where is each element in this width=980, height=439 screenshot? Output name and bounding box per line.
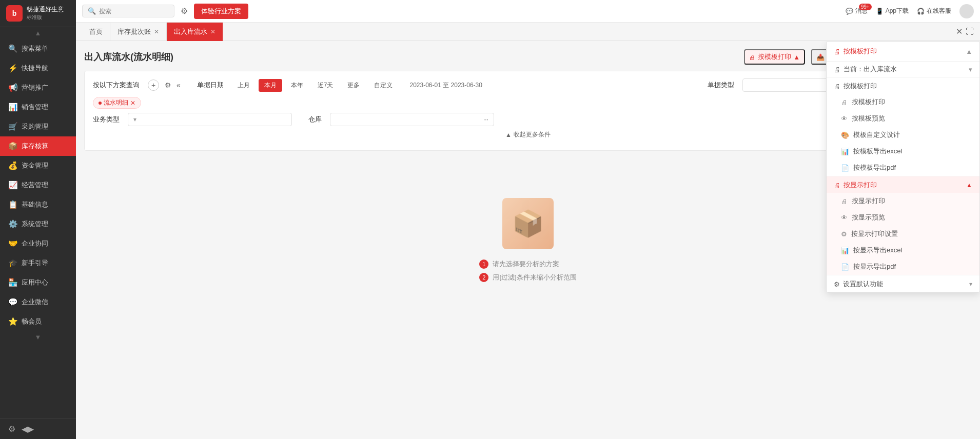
sidebar-item-sales[interactable]: 📊 销售管理: [0, 97, 76, 117]
search-input[interactable]: [99, 8, 166, 15]
sidebar-settings-icon[interactable]: ⚙: [8, 424, 15, 434]
sidebar-nav: ▲ 🔍 搜索菜单 ⚡ 快捷导航 📢 营销推广 📊 销售管理 🛒 采购管理 📦 库…: [0, 27, 76, 418]
section-template-title: 🖨 按模板打印: [834, 82, 877, 91]
sidebar-item-guide[interactable]: 🎓 新手引导: [0, 253, 76, 273]
tab-flow[interactable]: 出入库流水 ✕: [167, 23, 223, 41]
display-section-icon: 🖨: [834, 182, 840, 189]
system-icon: ⚙️: [8, 220, 17, 229]
tab-maximize[interactable]: ⛶: [966, 27, 974, 36]
export-icon: 📤: [816, 53, 825, 61]
finance-icon: 💰: [8, 161, 17, 170]
item-display-preview-icon: 👁: [841, 214, 848, 222]
dropdown-title: 🖨 按模板打印: [834, 47, 877, 56]
print-template-btn[interactable]: 🖨 按模板打印 ▲: [744, 49, 805, 65]
tab-home[interactable]: 首页: [82, 23, 110, 41]
date-tag-thismonth[interactable]: 本月: [259, 79, 282, 92]
company-icon: 🤝: [8, 239, 17, 248]
sidebar-item-appstore[interactable]: 🏪 应用中心: [0, 273, 76, 292]
print-icon: 🖨: [749, 53, 756, 61]
section-display-title: 🖨 按显示打印: [834, 181, 877, 190]
item-display-excel-icon: 📊: [841, 247, 849, 254]
chevron-up-icon-filter: ▲: [505, 131, 512, 138]
date-tag-thisyear[interactable]: 本年: [285, 79, 309, 92]
sidebar-item-system[interactable]: ⚙️ 系统管理: [0, 214, 76, 234]
date-tag-lastmonth[interactable]: 上月: [232, 79, 256, 92]
display-section-chevron: ▲: [966, 182, 972, 189]
download-icon: 📱: [876, 8, 884, 15]
sidebar-item-marketing[interactable]: 📢 营销推广: [0, 78, 76, 97]
empty-tips: 1 请先选择要分析的方案 2 用[过滤]条件来缩小分析范围: [479, 260, 576, 282]
sidebar-scroll-up[interactable]: ▲: [0, 27, 76, 39]
section-default: ⚙ 设置默认功能 ▾: [827, 275, 979, 292]
logo-area: b 畅捷通好生意 标准版: [0, 0, 76, 27]
date-tag-custom[interactable]: 自定义: [368, 79, 398, 92]
dropdown-item-display-excel[interactable]: 📊 按显示导出excel: [827, 242, 979, 258]
gear-icon[interactable]: ⚙: [181, 6, 188, 16]
sidebar-scroll-down[interactable]: ▼: [0, 331, 76, 343]
messages-btn[interactable]: 💬 消息 99+: [846, 7, 868, 15]
dropdown-item-template-pdf[interactable]: 📄 按模板导出pdf: [827, 159, 979, 176]
dropdown-item-display-preview[interactable]: 👁 按显示预览: [827, 209, 979, 226]
sidebar-item-inventory[interactable]: 📦 库存核算: [0, 136, 76, 156]
sidebar-item-shortcut[interactable]: ⚡ 快捷导航: [0, 58, 76, 78]
operation-icon: 📈: [8, 181, 17, 190]
sidebar-item-wechat[interactable]: 💬 企业微信: [0, 292, 76, 312]
tip-num-2: 2: [479, 273, 488, 282]
item-display-pdf-icon: 📄: [841, 263, 849, 271]
dropdown-item-template-custom[interactable]: 🎨 模板自定义设计: [827, 127, 979, 143]
dropdown-item-template-preview[interactable]: 👁 按模板预览: [827, 110, 979, 127]
date-range-display: 2023-06-01 至 2023-06-30: [409, 81, 482, 90]
filter-add-btn[interactable]: +: [148, 79, 159, 91]
active-filter-close[interactable]: ✕: [130, 99, 135, 107]
sidebar-item-member[interactable]: ⭐ 畅会员: [0, 312, 76, 331]
item-excel-icon: 📊: [841, 148, 849, 155]
tab-close-all[interactable]: ✕: [956, 27, 963, 36]
purchase-icon: 🛒: [8, 122, 17, 131]
sidebar-bottom: ⚙ ◀▶: [0, 418, 76, 439]
item-print-icon: 🖨: [841, 98, 848, 106]
date-tag-7days[interactable]: 近7天: [312, 79, 339, 92]
dropdown-item-template-excel[interactable]: 📊 按模板导出excel: [827, 143, 979, 159]
current-selection: 🖨 当前：出入库流水 ▾: [827, 62, 979, 77]
user-avatar[interactable]: [959, 4, 974, 18]
section-default-header[interactable]: ⚙ 设置默认功能 ▾: [827, 275, 979, 292]
empty-illustration: 📦: [502, 198, 554, 249]
tab-batch-close[interactable]: ✕: [154, 28, 159, 35]
current-label-area: 🖨 当前：出入库流水: [834, 65, 897, 74]
sidebar-item-basic[interactable]: 📋 基础信息: [0, 195, 76, 214]
logo-icon: b: [6, 5, 23, 22]
tab-batch[interactable]: 库存批次账 ✕: [110, 23, 167, 41]
warehouse-select[interactable]: ···: [330, 113, 494, 126]
sidebar-item-company[interactable]: 🤝 企业协同: [0, 234, 76, 253]
filter-settings-btn[interactable]: ⚙: [162, 79, 173, 91]
sidebar-item-finance[interactable]: 💰 资金管理: [0, 156, 76, 175]
search-icon-header: 🔍: [88, 7, 96, 15]
tab-bar: 首页 库存批次账 ✕ 出入库流水 ✕ ✕ ⛶: [76, 23, 980, 41]
filter-collapse-btn[interactable]: «: [177, 81, 181, 89]
current-print-icon: 🖨: [834, 66, 840, 73]
active-filter-tag[interactable]: 流水明细 ✕: [93, 97, 141, 109]
dropdown-item-display-pdf[interactable]: 📄 按显示导出pdf: [827, 258, 979, 275]
sidebar-collapse-icon[interactable]: ◀▶: [22, 424, 34, 434]
trial-btn[interactable]: 体验行业方案: [194, 4, 248, 19]
dropdown-item-display-settings[interactable]: ⚙ 按显示打印设置: [827, 226, 979, 242]
tab-flow-close[interactable]: ✕: [210, 28, 215, 35]
date-tag-more[interactable]: 更多: [342, 79, 365, 92]
sidebar-item-purchase[interactable]: 🛒 采购管理: [0, 117, 76, 136]
type-label: 单据类型: [708, 81, 734, 90]
warehouse-chevron: ···: [483, 116, 488, 123]
tab-bar-right: ✕ ⛶: [956, 27, 974, 36]
dropdown-item-template-print[interactable]: 🖨 按模板打印: [827, 94, 979, 110]
sidebar-item-operation[interactable]: 📈 经营管理: [0, 175, 76, 195]
online-service-btn[interactable]: 🎧 在线客服: [917, 7, 951, 15]
section-template: 🖨 按模板打印 🖨 按模板打印 👁 按模板预览 🎨 模板自定义设计: [827, 77, 979, 176]
headset-icon: 🎧: [917, 8, 925, 15]
date-filter-label: 单据日期: [197, 81, 224, 90]
date-tag-group: 上月 本月 本年 近7天 更多 自定义: [232, 79, 399, 92]
app-download-btn[interactable]: 📱 App下载: [876, 7, 909, 15]
dropdown-item-display-print[interactable]: 🖨 按显示打印: [827, 193, 979, 209]
sidebar-item-search[interactable]: 🔍 搜索菜单: [0, 39, 76, 58]
dropdown-panel: 🖨 按模板打印 ▲ 🖨 当前：出入库流水 ▾ 🖨 按模板打印: [826, 41, 980, 293]
appstore-icon: 🏪: [8, 278, 17, 287]
business-type-select[interactable]: ▾: [128, 113, 292, 126]
